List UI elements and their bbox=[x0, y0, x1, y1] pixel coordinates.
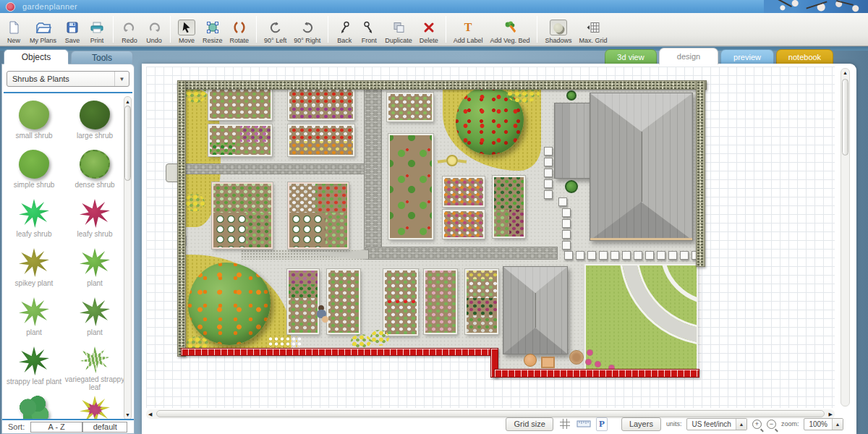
stone-wall[interactable] bbox=[696, 80, 705, 267]
stepping-stone[interactable] bbox=[657, 251, 665, 260]
rotate-90-left-button[interactable]: 90° Left bbox=[260, 13, 290, 46]
stepping-stone[interactable] bbox=[587, 251, 596, 260]
grid-toggle-icon[interactable] bbox=[558, 417, 571, 431]
stone-path[interactable] bbox=[365, 247, 558, 260]
stepping-stone[interactable] bbox=[680, 251, 689, 260]
sort-default-button[interactable]: default bbox=[82, 422, 127, 433]
save-button[interactable]: Save bbox=[60, 13, 85, 46]
tab-notebook[interactable]: notebook bbox=[776, 49, 833, 64]
tab-design[interactable]: design bbox=[659, 48, 718, 64]
tab-preview[interactable]: preview bbox=[720, 49, 774, 64]
add-veg-bed-button[interactable]: Add Veg. Bed bbox=[486, 13, 533, 46]
resize-button[interactable]: Resize bbox=[199, 13, 226, 46]
plant-item-plant-1[interactable]: plant bbox=[64, 244, 125, 293]
stepping-stone[interactable] bbox=[562, 241, 571, 250]
orange-tree[interactable] bbox=[188, 263, 271, 345]
lawn[interactable] bbox=[584, 264, 698, 371]
plant-item-leafy-shrub-red[interactable]: leafy shrub bbox=[64, 195, 125, 244]
veg-bed[interactable] bbox=[288, 124, 354, 156]
max-grid-button[interactable]: Max. Grid bbox=[575, 13, 610, 46]
stone-path[interactable] bbox=[181, 163, 366, 174]
person-figure[interactable] bbox=[315, 305, 329, 324]
stepping-stone[interactable] bbox=[562, 230, 571, 239]
stepping-stone[interactable] bbox=[544, 179, 553, 188]
new-button[interactable]: New bbox=[1, 13, 26, 46]
round-planter[interactable] bbox=[524, 354, 537, 367]
units-up-arrow-icon[interactable]: ▲ bbox=[736, 419, 746, 430]
panel-scrollbar[interactable]: ▲ ▼ bbox=[124, 96, 132, 420]
stepping-stone[interactable] bbox=[564, 251, 573, 260]
zoom-up-arrow-icon[interactable]: ▲ bbox=[832, 419, 843, 430]
veg-bed[interactable] bbox=[383, 269, 418, 336]
shed-roof[interactable] bbox=[503, 266, 568, 354]
plant-item-plant-2[interactable]: plant bbox=[4, 293, 64, 342]
plant-item-ivy[interactable] bbox=[4, 391, 64, 420]
stepping-stone[interactable] bbox=[558, 197, 567, 206]
zoom-out-icon[interactable]: − bbox=[767, 417, 776, 431]
shadows-toggle[interactable]: Shadows bbox=[541, 13, 575, 46]
stepping-stone[interactable] bbox=[562, 219, 571, 228]
pink-flower[interactable] bbox=[585, 359, 592, 365]
plant-item-strappy-leaf[interactable]: strappy leaf plant bbox=[4, 342, 64, 391]
stone-path[interactable] bbox=[364, 87, 382, 250]
tab-tools[interactable]: Tools bbox=[71, 51, 133, 64]
plant-item-large-shrub[interactable]: large shrub bbox=[64, 96, 125, 145]
veg-bed[interactable] bbox=[288, 88, 354, 120]
vertical-scrollbar-thumb[interactable] bbox=[842, 79, 848, 156]
undo-button[interactable]: Undo bbox=[142, 13, 166, 46]
yellow-green-plant[interactable] bbox=[184, 194, 205, 211]
brick-wall[interactable] bbox=[181, 348, 498, 356]
stepping-stone[interactable] bbox=[668, 251, 677, 260]
scroll-up-arrow-icon[interactable]: ▲ bbox=[843, 70, 848, 75]
zoom-select[interactable]: 100% ▲ bbox=[804, 418, 843, 430]
veg-bed[interactable] bbox=[327, 269, 360, 334]
house-roof[interactable] bbox=[590, 93, 693, 241]
brick-wall[interactable] bbox=[494, 369, 699, 378]
pink-flower[interactable] bbox=[587, 349, 593, 356]
grid-size-button[interactable]: Grid size bbox=[506, 417, 553, 431]
yellow-flowers[interactable] bbox=[351, 334, 371, 349]
veg-bed[interactable] bbox=[443, 176, 485, 207]
send-back-button[interactable]: Back bbox=[332, 13, 357, 46]
category-dropdown[interactable]: Shrubs & Plants ▼ bbox=[7, 71, 129, 87]
veg-bed[interactable] bbox=[208, 124, 272, 156]
stepping-stone[interactable] bbox=[634, 251, 642, 260]
scroll-up-arrow-icon[interactable]: ▲ bbox=[125, 99, 130, 104]
delete-button[interactable]: Delete bbox=[416, 13, 442, 46]
rotate-90-right-button[interactable]: 90° Right bbox=[290, 13, 324, 46]
square-planter[interactable] bbox=[541, 357, 555, 368]
yellow-flowers[interactable] bbox=[370, 330, 389, 346]
plant-item-poinsettia[interactable] bbox=[64, 391, 125, 420]
plant-item-leafy-shrub-green[interactable]: leafy shrub bbox=[4, 195, 64, 244]
scroll-left-arrow-icon[interactable]: ◀ bbox=[148, 412, 152, 417]
panel-scrollbar-thumb[interactable] bbox=[124, 106, 131, 181]
pink-flower[interactable] bbox=[595, 361, 601, 367]
small-tree[interactable] bbox=[566, 90, 576, 101]
duplicate-button[interactable]: Duplicate bbox=[381, 13, 416, 46]
veg-bed[interactable] bbox=[388, 134, 433, 239]
ruler-icon[interactable] bbox=[576, 417, 591, 431]
design-canvas[interactable] bbox=[146, 67, 835, 408]
vertical-scrollbar[interactable]: ▲ bbox=[841, 68, 850, 407]
garage-roof[interactable] bbox=[554, 103, 592, 179]
plant-item-variegated-strappy[interactable]: variegated strappy leaf bbox=[64, 342, 125, 391]
pot[interactable] bbox=[569, 350, 584, 365]
veg-bed[interactable] bbox=[288, 182, 349, 249]
small-tree[interactable] bbox=[565, 180, 578, 193]
stepping-stone[interactable] bbox=[562, 208, 571, 217]
stepping-stone[interactable] bbox=[544, 169, 553, 177]
stepping-stone[interactable] bbox=[544, 147, 553, 156]
stone-wall[interactable] bbox=[177, 80, 707, 90]
redo-button[interactable]: Redo bbox=[117, 13, 142, 46]
sort-az-button[interactable]: A - Z bbox=[30, 422, 82, 433]
stepping-stone[interactable] bbox=[610, 251, 619, 260]
plant-item-plant-3[interactable]: plant bbox=[64, 293, 125, 342]
units-select[interactable]: US feet/inch ▲ bbox=[686, 418, 746, 430]
stepping-stone[interactable] bbox=[645, 251, 654, 260]
layers-button[interactable]: Layers bbox=[621, 417, 661, 431]
veg-bed[interactable] bbox=[493, 176, 525, 238]
print-button[interactable]: Print bbox=[85, 13, 109, 46]
my-plans-button[interactable]: My Plans bbox=[26, 13, 60, 46]
plant-item-spikey-plant[interactable]: spikey plant bbox=[4, 244, 64, 293]
stepping-stone[interactable] bbox=[622, 251, 631, 260]
